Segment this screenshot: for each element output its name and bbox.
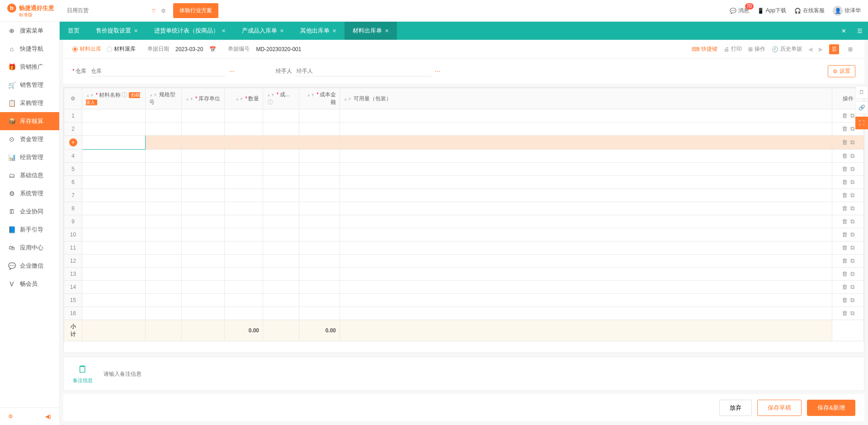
sidebar-item[interactable]: 🗓企业协同	[0, 203, 59, 221]
tab-menu[interactable]: ☰	[852, 28, 868, 34]
copy-row-icon[interactable]: ⧉	[850, 231, 854, 238]
rail-note-button[interactable]: 🗒	[855, 86, 868, 99]
sidebar-item[interactable]: 🎁营销推广	[0, 58, 59, 76]
copy-row-icon[interactable]: ⧉	[850, 139, 854, 146]
copy-row-icon[interactable]: ⧉	[850, 244, 854, 251]
sidebar-item[interactable]: 🗂基础信息	[0, 166, 59, 184]
sidebar-settings-icon[interactable]: ⚙	[8, 413, 13, 420]
tab-close-icon[interactable]: ✕	[134, 28, 138, 34]
sidebar-item[interactable]: ⊙资金管理	[0, 130, 59, 148]
copy-row-icon[interactable]: ⧉	[850, 297, 854, 303]
warehouse-input[interactable]	[90, 66, 226, 76]
radio-material-return[interactable]: 材料退库	[107, 45, 136, 53]
tab-close-icon[interactable]: ✕	[280, 28, 284, 34]
add-row-button[interactable]: +	[64, 136, 82, 150]
delete-row-icon[interactable]: 🗑	[842, 165, 848, 172]
remarks-input[interactable]	[100, 367, 855, 381]
sidebar-item[interactable]: ⊕搜索菜单	[0, 22, 59, 40]
messages-button[interactable]: 💬 消息 70	[730, 7, 749, 14]
copy-row-icon[interactable]: ⧉	[850, 179, 854, 185]
sidebar-item[interactable]: 🛍应用中心	[0, 239, 59, 257]
tab[interactable]: 产成品入库单✕	[234, 22, 292, 40]
col-qty[interactable]: ▲▼*数量	[225, 88, 263, 109]
tab-close-icon[interactable]: ✕	[332, 28, 336, 34]
copy-row-icon[interactable]: ⧉	[850, 205, 854, 212]
copy-row-icon[interactable]: ⧉	[850, 257, 854, 264]
copy-row-icon[interactable]: ⧉	[850, 270, 854, 277]
next-button[interactable]: ▶	[819, 46, 823, 52]
delete-row-icon[interactable]: 🗑	[842, 125, 848, 132]
user-menu[interactable]: 👤 徐泽华	[833, 6, 861, 16]
copy-row-icon[interactable]: ⧉	[850, 165, 854, 172]
view-list-button[interactable]: ☰	[829, 44, 839, 54]
sidebar-item[interactable]: 📋采购管理	[0, 94, 59, 112]
column-settings-button[interactable]: ⚙设置	[828, 65, 855, 77]
save-new-button[interactable]: 保存&新增	[807, 400, 855, 416]
date-value[interactable]: 2023-03-20	[175, 46, 203, 52]
delete-row-icon[interactable]: 🗑	[842, 152, 848, 159]
col-amount[interactable]: ▲▼*成本金额	[299, 88, 340, 109]
sidebar-item[interactable]: ⌂快捷导航	[0, 40, 59, 58]
category-settings-icon[interactable]: ⚙	[161, 8, 166, 14]
delete-row-icon[interactable]: 🗑	[842, 310, 848, 316]
col-material-name[interactable]: ▲▼*材料名称ⓘ扫码录入	[82, 88, 146, 109]
delete-row-icon[interactable]: 🗑	[842, 270, 848, 277]
calendar-icon[interactable]: 📅	[209, 46, 216, 52]
tab[interactable]: 售价提取设置✕	[88, 22, 146, 40]
sidebar-item[interactable]: V畅会员	[0, 275, 59, 293]
rail-expand-button[interactable]: ⛶	[855, 117, 868, 129]
delete-row-icon[interactable]: 🗑	[842, 192, 848, 198]
tab-close-current[interactable]: ✕	[836, 28, 852, 34]
col-spec[interactable]: ▲▼规格型号	[146, 88, 182, 109]
warehouse-lookup-icon[interactable]: ⋯	[229, 68, 235, 75]
tab-close-icon[interactable]: ✕	[222, 28, 226, 34]
delete-row-icon[interactable]: 🗑	[842, 231, 848, 238]
sidebar-item[interactable]: 📦库存核算	[0, 112, 59, 130]
copy-row-icon[interactable]: ⧉	[850, 310, 854, 316]
handler-lookup-icon[interactable]: ⋯	[435, 68, 441, 75]
tab[interactable]: 首页	[60, 22, 88, 40]
operate-button[interactable]: ⊞操作	[748, 45, 765, 53]
tab-close-icon[interactable]: ✕	[385, 28, 389, 34]
col-gear[interactable]: ⚙	[64, 88, 82, 109]
col-cost[interactable]: ▲▼*成... ⓘ	[263, 88, 299, 109]
delete-row-icon[interactable]: 🗑	[842, 112, 848, 119]
sidebar-item[interactable]: 💬企业微信	[0, 257, 59, 275]
sidebar-item[interactable]: 🛒销售管理	[0, 76, 59, 94]
copy-row-icon[interactable]: ⧉	[850, 192, 854, 198]
copy-row-icon[interactable]: ⧉	[850, 125, 854, 132]
sidebar-item[interactable]: 📊经营管理	[0, 148, 59, 166]
copy-row-icon[interactable]: ⧉	[850, 218, 854, 225]
logo[interactable]: b 畅捷通好生意 标准版	[7, 4, 60, 18]
delete-row-icon[interactable]: 🗑	[842, 283, 848, 290]
sidebar-item[interactable]: ⚙系统管理	[0, 184, 59, 203]
save-draft-button[interactable]: 保存草稿	[757, 400, 802, 416]
active-cell[interactable]	[82, 136, 146, 150]
tab[interactable]: 其他出库单✕	[292, 22, 344, 40]
discard-button[interactable]: 放弃	[719, 400, 752, 416]
delete-row-icon[interactable]: 🗑	[842, 257, 848, 264]
print-button[interactable]: 🖨打印	[724, 45, 742, 53]
radio-material-out[interactable]: 材料出库	[72, 45, 101, 53]
sidebar-collapse-icon[interactable]: ◀)	[45, 413, 51, 420]
copy-row-icon[interactable]: ⧉	[850, 112, 854, 119]
tab[interactable]: 材料出库单✕	[344, 22, 397, 40]
history-button[interactable]: 🕘历史单据	[772, 45, 802, 53]
support-button[interactable]: 🎧 在线客服	[794, 7, 825, 14]
try-industry-button[interactable]: 体验行业方案	[173, 3, 218, 18]
delete-row-icon[interactable]: 🗑	[842, 244, 848, 251]
copy-row-icon[interactable]: ⧉	[850, 152, 854, 159]
delete-row-icon[interactable]: 🗑	[842, 139, 848, 146]
shortcut-button[interactable]: ⌨快捷键	[692, 45, 717, 53]
prev-button[interactable]: ◀	[808, 46, 812, 52]
delete-row-icon[interactable]: 🗑	[842, 297, 848, 303]
handler-input[interactable]	[296, 66, 431, 76]
delete-row-icon[interactable]: 🗑	[842, 205, 848, 212]
copy-row-icon[interactable]: ⧉	[850, 283, 854, 290]
delete-row-icon[interactable]: 🗑	[842, 179, 848, 185]
view-card-button[interactable]: ⊞	[845, 44, 855, 54]
rail-link-button[interactable]: 🔗	[855, 101, 868, 114]
tab[interactable]: 进货单统计表（按商品）✕	[146, 22, 234, 40]
col-unit[interactable]: ▲▼*库存单位	[182, 88, 225, 109]
app-download-button[interactable]: 📱 App下载	[757, 7, 786, 14]
